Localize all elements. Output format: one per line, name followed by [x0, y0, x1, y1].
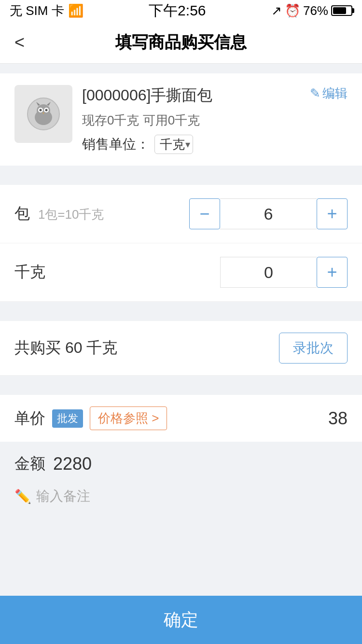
batch-button[interactable]: 录批次 — [279, 333, 348, 364]
quantity-section: 包 1包=10千克 − + 千克 + — [0, 185, 362, 302]
svg-point-7 — [40, 109, 42, 112]
svg-point-8 — [45, 109, 48, 112]
battery-icon — [331, 5, 352, 16]
back-button[interactable]: < — [10, 28, 29, 57]
unit-label: 销售单位： — [82, 135, 150, 154]
status-left: 无 SIM 卡 📶 — [10, 2, 84, 19]
confirm-button[interactable]: 确定 — [0, 596, 362, 644]
product-stock: 现存0千克 可用0千克 — [82, 112, 348, 129]
edit-button[interactable]: ✎ 编辑 — [310, 85, 348, 102]
main-content: [0000006]手撕面包 ✎ 编辑 现存0千克 可用0千克 销售单位： 千克 — [0, 73, 362, 573]
page-title: 填写商品购买信息 — [115, 31, 247, 54]
package-hint: 1包=10千克 — [38, 207, 104, 222]
amount-label: 金额 — [14, 453, 45, 475]
kilogram-quantity-input[interactable] — [220, 257, 317, 288]
total-text: 共购买 60 千克 — [14, 337, 117, 359]
amount-value: 2280 — [53, 454, 92, 474]
divider-3 — [0, 376, 362, 385]
kilogram-label: 千克 — [14, 262, 45, 283]
product-image — [14, 85, 72, 143]
package-minus-button[interactable]: − — [189, 198, 220, 229]
edit-icon: ✎ — [310, 86, 320, 101]
product-top-row: [0000006]手撕面包 ✎ 编辑 — [82, 85, 348, 112]
product-info: [0000006]手撕面包 ✎ 编辑 现存0千克 可用0千克 销售单位： 千克 — [82, 85, 348, 154]
unit-select[interactable]: 千克 — [154, 135, 193, 154]
alarm-icon: ⏰ — [285, 3, 300, 18]
price-label: 单价 — [14, 408, 45, 429]
kilogram-row: 千克 + — [0, 243, 362, 302]
pencil-icon: ✏️ — [14, 489, 31, 504]
divider-2 — [0, 302, 362, 311]
amount-row: 金额 2280 — [14, 453, 348, 475]
remark-placeholder[interactable]: 输入备注 — [36, 487, 90, 505]
package-label-group: 包 1包=10千克 — [14, 203, 104, 224]
total-section: 共购买 60 千克 录批次 — [0, 321, 362, 376]
carrier-text: 无 SIM 卡 — [10, 2, 64, 19]
remark-row[interactable]: ✏️ 输入备注 — [14, 482, 348, 510]
status-time: 下午2:56 — [149, 1, 206, 21]
wifi-icon: 📶 — [68, 3, 84, 18]
package-label: 包 — [14, 205, 30, 222]
nav-bar: < 填写商品购买信息 — [0, 21, 362, 64]
kilogram-quantity-control: + — [220, 257, 348, 288]
status-bar: 无 SIM 卡 📶 下午2:56 ↗ ⏰ 76% — [0, 0, 362, 21]
price-type-badge: 批发 — [52, 409, 83, 428]
price-ref-button[interactable]: 价格参照 > — [90, 406, 167, 430]
product-card: [0000006]手撕面包 ✎ 编辑 现存0千克 可用0千克 销售单位： 千克 — [0, 73, 362, 166]
price-section: 单价 批发 价格参照 > 38 — [0, 395, 362, 442]
battery-percent: 76% — [303, 3, 328, 18]
divider-1 — [0, 166, 362, 175]
product-name: [0000006]手撕面包 — [82, 85, 212, 106]
amount-section: 金额 2280 ✏️ 输入备注 — [0, 442, 362, 515]
product-logo — [24, 95, 63, 133]
package-row: 包 1包=10千克 − + — [0, 185, 362, 243]
price-value: 38 — [328, 408, 348, 429]
package-quantity-input[interactable] — [220, 198, 317, 229]
unit-select-wrapper[interactable]: 千克 — [154, 135, 193, 154]
package-quantity-control: − + — [189, 198, 348, 229]
status-right: ↗ ⏰ 76% — [271, 3, 352, 18]
product-unit-row: 销售单位： 千克 — [82, 135, 348, 154]
location-icon: ↗ — [271, 3, 282, 18]
price-row: 单价 批发 价格参照 > 38 — [14, 406, 348, 430]
package-plus-button[interactable]: + — [317, 198, 348, 229]
kilogram-plus-button[interactable]: + — [317, 257, 348, 288]
